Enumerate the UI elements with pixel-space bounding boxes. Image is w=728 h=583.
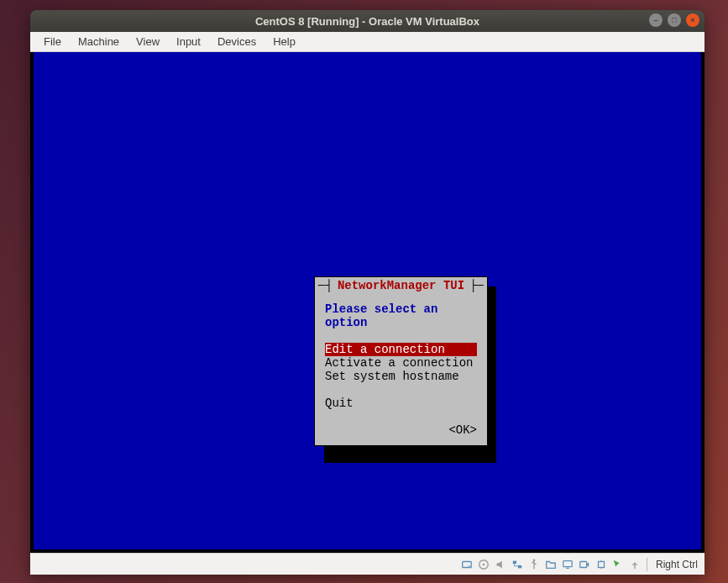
option-set-hostname[interactable]: Set system hostname <box>325 370 477 383</box>
recording-icon[interactable] <box>578 558 591 571</box>
svg-rect-0 <box>463 561 472 567</box>
maximize-button[interactable]: □ <box>668 13 681 27</box>
shared-folder-icon[interactable] <box>544 558 558 571</box>
display-icon[interactable] <box>561 558 574 571</box>
svg-rect-10 <box>598 561 604 567</box>
window-controls: – □ × <box>649 13 699 27</box>
statusbar-divider <box>647 558 647 571</box>
network-icon[interactable] <box>511 558 524 571</box>
menu-file[interactable]: File <box>37 34 68 50</box>
statusbar: Right Ctrl <box>30 553 704 575</box>
option-activate-connection[interactable]: Activate a connection <box>325 356 477 370</box>
audio-icon[interactable] <box>494 558 507 571</box>
cpu-icon[interactable] <box>594 558 608 571</box>
optical-disc-icon[interactable] <box>477 558 490 571</box>
svg-point-6 <box>533 559 536 561</box>
usb-icon[interactable] <box>527 558 541 571</box>
menu-input[interactable]: Input <box>170 34 207 50</box>
minimize-button[interactable]: – <box>649 13 663 27</box>
nmtui-dialog: NetworkManager TUI Please select an opti… <box>314 276 488 446</box>
svg-point-1 <box>469 565 470 566</box>
console-background: NetworkManager TUI Please select an opti… <box>34 52 701 549</box>
svg-rect-7 <box>563 560 573 566</box>
svg-point-3 <box>483 563 485 565</box>
virtualbox-window: CentOS 8 [Running] - Oracle VM VirtualBo… <box>30 10 704 575</box>
menu-devices[interactable]: Devices <box>211 34 263 50</box>
window-title: CentOS 8 [Running] - Oracle VM VirtualBo… <box>255 15 479 28</box>
svg-rect-4 <box>513 560 516 564</box>
option-edit-connection[interactable]: Edit a connection <box>325 343 477 356</box>
menu-view[interactable]: View <box>129 34 166 50</box>
menubar: File Machine View Input Devices Help <box>30 32 704 52</box>
keyboard-icon[interactable] <box>628 558 642 571</box>
mouse-integration-icon[interactable] <box>611 558 625 571</box>
menu-machine[interactable]: Machine <box>71 34 126 50</box>
hard-disk-icon[interactable] <box>460 558 474 571</box>
menu-help[interactable]: Help <box>266 34 302 50</box>
dialog-title: NetworkManager TUI <box>315 279 487 292</box>
svg-rect-9 <box>580 561 587 567</box>
close-button[interactable]: × <box>686 13 699 27</box>
ok-button[interactable]: <OK> <box>315 410 487 437</box>
option-quit[interactable]: Quit <box>315 383 487 410</box>
vm-screen[interactable]: NetworkManager TUI Please select an opti… <box>30 52 704 553</box>
host-key-label: Right Ctrl <box>652 559 698 570</box>
titlebar[interactable]: CentOS 8 [Running] - Oracle VM VirtualBo… <box>30 10 704 32</box>
options-list: Edit a connection Activate a connection … <box>315 329 487 383</box>
dialog-prompt: Please select an option <box>315 292 487 329</box>
